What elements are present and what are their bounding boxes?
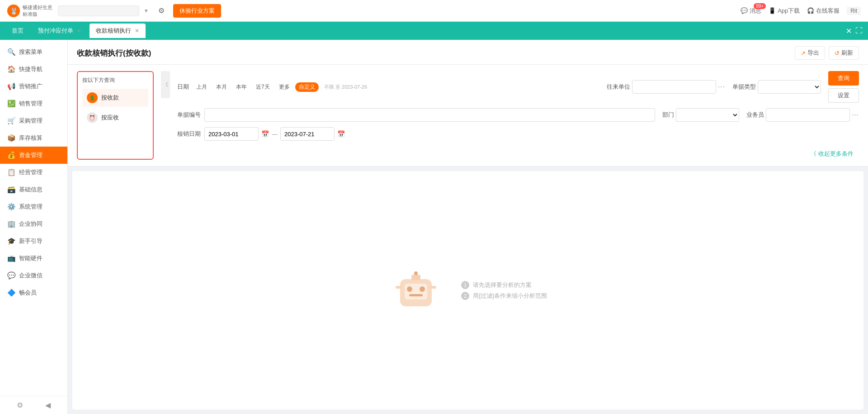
date-tab-this-year[interactable]: 本年 [232, 82, 250, 92]
salesman-ellipsis-button[interactable]: ··· [852, 111, 859, 119]
top-search-input[interactable] [58, 5, 139, 16]
tab-expand-icon[interactable]: ⛶ [855, 27, 863, 35]
main-layout: 🔍 搜索菜单 🏠 快捷导航 📢 营销推广 💹 销售管理 🛒 采购管理 📦 [0, 40, 868, 414]
svg-rect-8 [431, 286, 436, 289]
query-layout: 按以下方查询 💲 按收款 ⏰ 按应收 《 [77, 71, 859, 160]
bill-type-select[interactable] [758, 80, 821, 94]
svg-rect-4 [409, 294, 423, 296]
sidebar-item-inventory[interactable]: 📦 库存核算 [0, 129, 67, 147]
sidebar-item-basic-info[interactable]: 🗃️ 基础信息 [0, 181, 67, 198]
department-select[interactable] [676, 108, 739, 122]
wechat-icon: 💬 [7, 271, 15, 280]
svg-rect-5 [411, 275, 420, 280]
empty-state: 1 请先选择要分析的方案 2 用[过滤]条件来缩小分析范围 [72, 171, 863, 409]
collapse-more-icon: 《 [811, 150, 816, 158]
sidebar-item-sales[interactable]: 💹 销售管理 [0, 95, 67, 112]
sidebar-collapse-button[interactable]: ◀ [45, 401, 51, 409]
sidebar-item-hardware[interactable]: 📺 智能硬件 [0, 250, 67, 267]
date-tab-more[interactable]: 更多 [275, 82, 293, 92]
form-row-1: 日期 上月 本月 本年 近7天 更多 自定义 不限 至 2023-07-26 [177, 71, 859, 103]
inventory-icon: 📦 [7, 134, 15, 142]
chevron-down-icon[interactable]: ▾ [145, 7, 148, 14]
tab-home[interactable]: 首页 [5, 24, 30, 38]
online-service-icon: 🎧 [807, 7, 814, 14]
message-icon: 💬 [741, 7, 748, 14]
bill-type-group: 单据类型 [732, 80, 821, 94]
sidebar-item-wechat[interactable]: 💬 企业微信 [0, 267, 67, 284]
tab-prepay[interactable]: 预付冲应付单 ✕ [32, 24, 88, 38]
user-name[interactable]: Rit [847, 7, 861, 15]
tab-receipt[interactable]: 收款核销执行 ✕ [90, 24, 146, 38]
date-tabs: 上月 本月 本年 近7天 更多 自定义 [193, 82, 319, 92]
hint-num-2: 2 [461, 292, 469, 300]
svg-point-6 [414, 271, 418, 275]
header-actions: ↗ 导出 ↺ 刷新 [795, 46, 859, 60]
sidebar-settings-button[interactable]: ⚙ [17, 401, 23, 409]
date-tab-this-month[interactable]: 本月 [212, 82, 231, 92]
message-item[interactable]: 💬 消息 99+ [741, 7, 761, 15]
sidebar-item-finance[interactable]: 💰 资金管理 [0, 147, 67, 164]
verify-date-end-calendar-icon[interactable]: 📅 [337, 130, 345, 138]
query-button[interactable]: 查询 [828, 71, 859, 86]
date-sub-label: 不限 至 2023-07-26 [324, 84, 367, 90]
export-button[interactable]: ↗ 导出 [795, 46, 825, 60]
sidebar-nav: 🔍 搜索菜单 🏠 快捷导航 📢 营销推广 💹 销售管理 🛒 采购管理 📦 [0, 40, 67, 396]
counterpart-input[interactable] [632, 80, 716, 94]
verify-date-group: 核销日期 📅 — 📅 [177, 127, 859, 141]
date-tab-last-month[interactable]: 上月 [193, 82, 211, 92]
sidebar-item-guide[interactable]: 🎓 新手引导 [0, 233, 67, 250]
sidebar-item-purchase[interactable]: 🛒 采购管理 [0, 112, 67, 129]
verify-date-start-input[interactable] [204, 127, 259, 141]
sales-icon: 💹 [7, 100, 15, 108]
refresh-button[interactable]: ↺ 刷新 [829, 46, 859, 60]
app-download-item[interactable]: 📱 App下载 [769, 7, 800, 15]
basic-info-icon: 🗃️ [7, 186, 15, 194]
salesman-input[interactable] [766, 108, 850, 122]
tab-close-all-icon[interactable]: ✕ [846, 27, 852, 35]
industry-button[interactable]: 休验行业方案 [173, 4, 221, 18]
logo: 🐰 畅捷通好生意 标准版 [7, 4, 52, 17]
message-badge: 99+ [754, 3, 766, 9]
app-download-icon: 📱 [769, 7, 776, 14]
sidebar-item-quick-nav[interactable]: 🏠 快捷导航 [0, 61, 67, 78]
counterpart-ellipsis-button[interactable]: ··· [718, 83, 725, 91]
date-tab-last7[interactable]: 近7天 [252, 82, 274, 92]
counterpart-label: 往来单位 [607, 83, 630, 91]
svg-rect-7 [396, 286, 401, 289]
verify-date-start-calendar-icon[interactable]: 📅 [261, 130, 269, 138]
by-receipt-icon: 💲 [87, 92, 98, 103]
sidebar-item-member[interactable]: 🔷 畅会员 [0, 284, 67, 301]
online-service-item[interactable]: 🎧 在线客服 [807, 7, 840, 15]
tab-prepay-close-icon[interactable]: ✕ [77, 28, 81, 34]
gear-icon[interactable]: ⚙ [155, 5, 168, 17]
query-mode-by-receipt[interactable]: 💲 按收款 [82, 89, 148, 107]
date-group: 日期 上月 本月 本年 近7天 更多 自定义 不限 至 2023-07-26 [177, 82, 599, 92]
verify-date-end-input[interactable] [280, 127, 335, 141]
query-sidebar-title: 按以下方查询 [82, 76, 148, 84]
sidebar-item-search-menu[interactable]: 🔍 搜索菜单 [0, 43, 67, 61]
date-label: 日期 [177, 83, 189, 91]
form-row-3: 核销日期 📅 — 📅 [177, 127, 859, 141]
bill-number-group: 单据编号 [177, 108, 655, 122]
search-menu-icon: 🔍 [7, 48, 15, 56]
query-sidebar: 按以下方查询 💲 按收款 ⏰ 按应收 [77, 71, 154, 160]
svg-rect-1 [405, 284, 427, 300]
counterpart-group: 往来单位 ··· [607, 80, 725, 94]
query-mode-by-receivable[interactable]: ⏰ 按应收 [82, 109, 148, 127]
sidebar-item-enterprise[interactable]: 🏢 企业协同 [0, 215, 67, 233]
by-receivable-icon: ⏰ [87, 112, 98, 123]
date-tab-custom[interactable]: 自定义 [295, 82, 319, 92]
sidebar-bottom: ⚙ ◀ [0, 396, 67, 414]
settings-button[interactable]: 设置 [828, 88, 859, 103]
date-separator: — [272, 131, 278, 138]
sidebar-item-system[interactable]: ⚙️ 系统管理 [0, 198, 67, 215]
collapse-more-button[interactable]: 《 收起更多条件 [805, 148, 859, 160]
tab-receipt-close-icon[interactable]: ✕ [135, 28, 139, 34]
collapse-sidebar-button[interactable]: 《 [161, 71, 170, 98]
sidebar-item-operations[interactable]: 📋 经营管理 [0, 164, 67, 181]
sidebar: 🔍 搜索菜单 🏠 快捷导航 📢 营销推广 💹 销售管理 🛒 采购管理 📦 [0, 40, 68, 414]
bill-number-input[interactable] [204, 108, 655, 122]
quick-nav-icon: 🏠 [7, 65, 15, 73]
empty-state-illustration [389, 263, 443, 318]
sidebar-item-marketing[interactable]: 📢 营销推广 [0, 78, 67, 95]
